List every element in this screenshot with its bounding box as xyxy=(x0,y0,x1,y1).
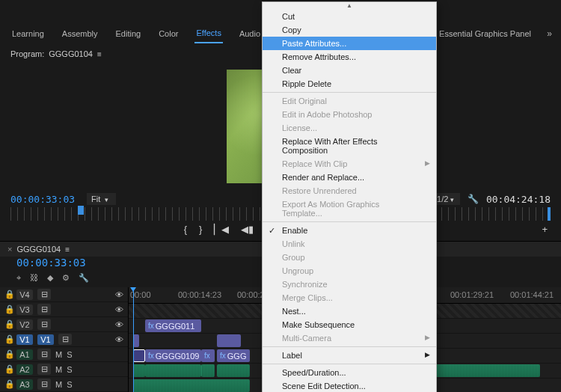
menu-item[interactable]: Ripple Delete xyxy=(263,77,436,91)
track-target[interactable]: ⊟ xyxy=(37,364,51,375)
track-label[interactable]: A3 xyxy=(16,379,33,390)
nav-effects[interactable]: Effects xyxy=(194,24,222,43)
src-v1-label[interactable]: V1 xyxy=(16,334,33,345)
lock-icon[interactable]: 🔒 xyxy=(4,364,12,374)
track-target[interactable]: ⊟ xyxy=(37,304,51,315)
nav-editing[interactable]: Editing xyxy=(114,25,143,43)
lock-icon[interactable]: 🔒 xyxy=(4,290,12,299)
track-target[interactable]: ⊟ xyxy=(37,319,51,330)
clip[interactable] xyxy=(420,364,540,377)
zoom-fit-dropdown[interactable]: Fit xyxy=(87,193,116,205)
track-target[interactable]: ⊟ xyxy=(37,289,51,300)
out-marker[interactable] xyxy=(548,207,551,221)
clip[interactable] xyxy=(133,379,250,392)
track-header-a2[interactable]: 🔒A2⊟MS xyxy=(0,362,128,377)
timeline-settings-icon[interactable]: ⚙ xyxy=(62,273,70,283)
eye-icon[interactable]: 👁 xyxy=(115,305,123,314)
clip[interactable] xyxy=(133,334,139,347)
menu-item[interactable]: Render and Replace... xyxy=(263,171,436,184)
clip[interactable]: fxGGGG0109 xyxy=(145,349,201,362)
track-header-v4[interactable]: 🔒V4⊟👁 xyxy=(0,287,128,302)
marker-icon[interactable]: ◆ xyxy=(47,273,53,283)
link-icon[interactable]: ⛓ xyxy=(30,273,38,283)
menu-item[interactable]: Enable✓ xyxy=(263,224,436,237)
timeline-wrench-icon[interactable]: 🔧 xyxy=(79,273,89,283)
track-label[interactable]: V4 xyxy=(16,290,33,300)
eye-icon[interactable]: 👁 xyxy=(115,290,123,299)
menu-item[interactable]: Remove Attributes... xyxy=(263,50,436,64)
track-label[interactable]: V3 xyxy=(16,304,33,315)
menu-item[interactable]: Scene Edit Detection... xyxy=(263,379,436,392)
solo-icon[interactable]: S xyxy=(67,365,72,374)
eye-icon[interactable]: 👁 xyxy=(115,335,123,344)
waveform xyxy=(133,379,250,392)
track-header-a3[interactable]: 🔒A3⊟MS xyxy=(0,377,128,392)
check-icon: ✓ xyxy=(269,226,275,236)
menu-item: Export As Motion Graphics Template... xyxy=(263,197,436,220)
menu-item[interactable]: Cut xyxy=(263,10,436,23)
goto-in-button[interactable]: ▏◀ xyxy=(214,224,229,235)
track-target[interactable]: ⊟ xyxy=(37,349,51,360)
clip[interactable] xyxy=(217,334,241,347)
track-header-v1[interactable]: 🔒V1V1⊟👁 xyxy=(0,332,128,347)
mute-icon[interactable]: M xyxy=(55,350,62,359)
mute-icon[interactable]: M xyxy=(55,365,62,374)
program-duration-timecode: 00:04:24:18 xyxy=(486,194,551,205)
submenu-arrow-icon: ▶ xyxy=(425,351,430,358)
mute-icon[interactable]: M xyxy=(55,380,62,389)
menu-item[interactable]: Nest... xyxy=(263,304,436,318)
menu-item[interactable]: Replace With After Effects Composition xyxy=(263,135,436,157)
solo-icon[interactable]: S xyxy=(67,380,72,389)
settings-wrench-icon[interactable]: 🔧 xyxy=(468,194,479,204)
lock-icon[interactable]: 🔒 xyxy=(4,304,12,314)
program-current-timecode[interactable]: 00:00:33:03 xyxy=(10,194,75,205)
track-label[interactable]: V1 xyxy=(37,334,54,345)
track-target[interactable]: ⊟ xyxy=(58,334,72,345)
clip[interactable]: fx xyxy=(201,349,215,362)
track-label[interactable]: A1 xyxy=(16,349,33,360)
nav-assembly[interactable]: Assembly xyxy=(61,25,99,43)
menu-item[interactable]: Label▶ xyxy=(263,349,436,362)
lock-icon[interactable]: 🔒 xyxy=(4,319,12,329)
menu-item[interactable]: Speed/Duration... xyxy=(263,366,436,379)
timeline-panel-menu-icon[interactable]: ≡ xyxy=(65,245,70,254)
track-header-v3[interactable]: 🔒V3⊟👁 xyxy=(0,302,128,317)
button-editor-icon[interactable]: + xyxy=(542,224,548,235)
track-target[interactable]: ⊟ xyxy=(37,379,51,390)
panel-menu-icon[interactable]: ≡ xyxy=(97,50,102,58)
lock-icon[interactable]: 🔒 xyxy=(4,379,12,389)
clip[interactable] xyxy=(145,364,201,377)
track-label[interactable]: A2 xyxy=(16,364,33,375)
program-playhead[interactable] xyxy=(78,206,84,215)
track-header-v2[interactable]: 🔒V2⊟👁 xyxy=(0,317,128,332)
lock-icon[interactable]: 🔒 xyxy=(4,349,12,359)
track-label[interactable]: V2 xyxy=(16,319,33,330)
nav-essential-graphics[interactable]: Essential Graphics Panel xyxy=(438,25,533,43)
timeline-close-icon[interactable]: × xyxy=(7,245,12,254)
snap-icon[interactable]: ⌖ xyxy=(16,273,21,283)
clip[interactable] xyxy=(201,364,215,377)
mark-in-button[interactable]: { xyxy=(184,224,187,235)
nav-overflow-icon[interactable]: » xyxy=(547,28,552,39)
clip[interactable] xyxy=(133,364,145,377)
nav-audio[interactable]: Audio xyxy=(238,25,262,43)
menu-item[interactable]: Paste Attributes... xyxy=(263,37,436,50)
timeline-playhead[interactable] xyxy=(133,287,134,392)
mark-out-button[interactable]: } xyxy=(199,224,202,235)
lock-icon[interactable]: 🔒 xyxy=(4,334,12,344)
solo-icon[interactable]: S xyxy=(67,350,72,359)
menu-item: Group xyxy=(263,251,436,264)
clip[interactable] xyxy=(217,364,250,377)
clip[interactable]: fxGGG xyxy=(217,349,250,362)
nav-color[interactable]: Color xyxy=(157,25,180,43)
eye-icon[interactable]: 👁 xyxy=(115,320,123,329)
menu-item[interactable]: Copy xyxy=(263,23,436,37)
nav-learning[interactable]: Learning xyxy=(10,25,46,43)
track-header-a1[interactable]: 🔒A1⊟MS xyxy=(0,347,128,362)
clip[interactable]: fxGGGG011 xyxy=(145,319,201,332)
step-back-button[interactable]: ◀▮ xyxy=(241,224,254,235)
clip[interactable] xyxy=(133,349,145,362)
menu-scroll-up-icon[interactable]: ▲ xyxy=(263,2,436,10)
menu-item[interactable]: Make Subsequence xyxy=(263,318,436,331)
menu-item[interactable]: Clear xyxy=(263,64,436,77)
